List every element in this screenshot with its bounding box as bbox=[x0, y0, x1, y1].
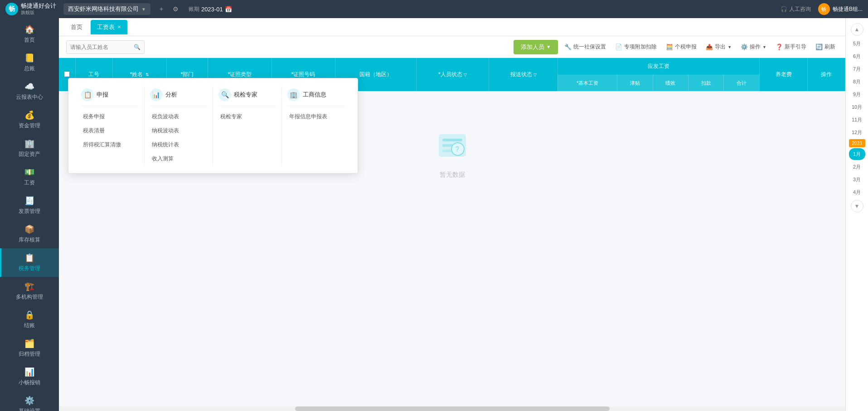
name-sort-icon[interactable]: ⇅ bbox=[145, 73, 149, 77]
declaration-icon: 📋 bbox=[81, 88, 94, 101]
sidebar-item-funds[interactable]: 💰 资金管理 bbox=[0, 106, 59, 134]
sidebar-item-settings[interactable]: ⚙️ 基础设置 bbox=[0, 391, 59, 411]
export-btn[interactable]: 📤 导出 ▼ bbox=[703, 40, 734, 54]
menu-annual-report[interactable]: 年报信息申报表 bbox=[287, 110, 345, 124]
th-name-label: *姓名 bbox=[130, 71, 143, 77]
special-deduct-btn[interactable]: 📄 专项附加扣除 bbox=[612, 40, 659, 54]
search-wrap: 🔍 bbox=[66, 40, 145, 54]
month-1-active[interactable]: 1月 bbox=[849, 148, 865, 160]
section-analysis-header: 📊 分析 bbox=[150, 86, 208, 106]
month-9[interactable]: 9月 bbox=[849, 88, 865, 100]
operations-arrow-icon: ▼ bbox=[762, 45, 766, 49]
main-layout: 🏠 首页 📒 总账 ☁️ 云报表中心 💰 资金管理 🏢 固定资产 💵 工资 🧾 … bbox=[0, 18, 868, 411]
topbar-actions: ＋ ⚙ bbox=[156, 4, 181, 15]
sidebar-item-tax[interactable]: 📋 税务管理 bbox=[0, 248, 59, 277]
section-declaration-header: 📋 申报 bbox=[81, 86, 139, 106]
cloud-icon: ☁️ bbox=[24, 82, 34, 92]
refresh-icon: 🔄 bbox=[815, 44, 823, 50]
month-11[interactable]: 11月 bbox=[849, 114, 865, 126]
th-status-label: *人员状态 bbox=[438, 71, 462, 77]
sidebar-item-home[interactable]: 🏠 首页 bbox=[0, 20, 59, 48]
support-label: 人工咨询 bbox=[789, 5, 811, 13]
menu-tax-declaration[interactable]: 税务申报 bbox=[81, 110, 139, 124]
sidebar-item-archive[interactable]: 🗂️ 归档管理 bbox=[0, 334, 59, 363]
refresh-btn[interactable]: 🔄 刷新 bbox=[813, 40, 838, 54]
month-3[interactable]: 3月 bbox=[849, 174, 865, 185]
th-submit-status: 报送状态 ▽ bbox=[489, 58, 558, 91]
scroll-thumb[interactable] bbox=[295, 406, 610, 411]
company-selector[interactable]: 西安虾米网络科技有限公司 ▼ bbox=[63, 3, 150, 15]
sidebar-item-invoice[interactable]: 🧾 发票管理 bbox=[0, 191, 59, 220]
menu-tax-fluctuation[interactable]: 纳税波动表 bbox=[150, 124, 208, 138]
sidebar-item-report[interactable]: 📊 小畅报销 bbox=[0, 363, 59, 391]
tab-home-label: 首页 bbox=[71, 23, 82, 31]
month-8[interactable]: 8月 bbox=[849, 76, 865, 87]
section-tax-expert: 🔍 税检专家 税检专家 bbox=[213, 86, 282, 166]
menu-tax-stats[interactable]: 纳税统计表 bbox=[150, 138, 208, 152]
month-6[interactable]: 6月 bbox=[849, 50, 865, 62]
analysis-icon: 📊 bbox=[150, 88, 163, 101]
calendar-icon[interactable]: 📅 bbox=[225, 6, 232, 13]
support-btn[interactable]: 🎧 人工咨询 bbox=[781, 5, 811, 13]
sidebar-label-closing: 结账 bbox=[24, 322, 35, 329]
toolbar: 🔍 添加人员 ▼ 🔧 统一社保设置 📄 专项附加扣除 🧮 个税申报 📤 导出 bbox=[59, 36, 845, 58]
month-5[interactable]: 5月 bbox=[849, 38, 865, 49]
funds-icon: 💰 bbox=[24, 110, 34, 120]
operations-btn[interactable]: ⚙️ 操作 ▼ bbox=[738, 40, 769, 54]
operations-label: 操作 bbox=[750, 43, 761, 51]
month-10[interactable]: 10月 bbox=[849, 101, 865, 113]
tab-close-icon[interactable]: ✕ bbox=[117, 24, 121, 29]
refresh-label: 刷新 bbox=[824, 43, 835, 51]
multi-icon: 🏗️ bbox=[24, 281, 34, 291]
menu-tax-table[interactable]: 税表清册 bbox=[81, 124, 139, 138]
headset-icon: 🎧 bbox=[781, 6, 787, 12]
section-declaration-title: 申报 bbox=[97, 91, 108, 99]
sidebar-item-salary[interactable]: 💵 工资 bbox=[0, 163, 59, 191]
month-12[interactable]: 12月 bbox=[849, 126, 865, 138]
month-7[interactable]: 7月 bbox=[849, 63, 865, 75]
month-4[interactable]: 4月 bbox=[849, 186, 865, 198]
business-icon: 🏢 bbox=[287, 88, 300, 101]
search-icon: 🔍 bbox=[134, 44, 141, 50]
add-icon[interactable]: ＋ bbox=[156, 4, 167, 15]
scroll-bar[interactable] bbox=[59, 406, 845, 411]
guide-btn[interactable]: ❓ 新手引导 bbox=[773, 40, 809, 54]
add-employee-button[interactable]: 添加人员 ▼ bbox=[514, 40, 558, 54]
tab-salary-table[interactable]: 工资表 ✕ bbox=[91, 20, 127, 34]
tax-report-btn[interactable]: 🧮 个税申报 bbox=[663, 40, 699, 54]
tab-salary-label: 工资表 bbox=[97, 23, 115, 31]
th-salary-group: 应发工资 bbox=[558, 58, 759, 75]
period-label: 账期 bbox=[189, 5, 199, 13]
menu-income-tax[interactable]: 所得税汇算清缴 bbox=[81, 138, 139, 152]
tab-home[interactable]: 首页 bbox=[64, 20, 89, 34]
social-security-btn[interactable]: 🔧 统一社保设置 bbox=[562, 40, 609, 54]
submit-filter-icon[interactable]: ▽ bbox=[533, 73, 537, 77]
export-arrow-icon: ▼ bbox=[727, 45, 732, 49]
th-pension: 养老费 bbox=[759, 58, 808, 91]
section-declaration: 📋 申报 税务申报 税表清册 所得税汇算清缴 bbox=[76, 86, 145, 166]
search-input[interactable] bbox=[70, 44, 134, 50]
sidebar-item-multi[interactable]: 🏗️ 多机构管理 bbox=[0, 277, 59, 305]
company-arrow-icon: ▼ bbox=[141, 7, 146, 12]
salary-icon: 💵 bbox=[24, 167, 34, 177]
menu-income-calc[interactable]: 收入测算 bbox=[150, 152, 208, 166]
section-expert-header: 🔍 税检专家 bbox=[218, 86, 276, 106]
guide-toolbar-icon: ❓ bbox=[776, 44, 783, 50]
status-filter-icon[interactable]: ▽ bbox=[464, 73, 467, 77]
select-all-checkbox[interactable] bbox=[64, 71, 70, 77]
no-data-text: 暂无数据 bbox=[440, 171, 465, 179]
menu-tax-burden[interactable]: 税负波动表 bbox=[150, 110, 208, 124]
month-2[interactable]: 2月 bbox=[849, 161, 865, 173]
expert-icon: 🔍 bbox=[218, 88, 231, 101]
settings-icon[interactable]: ⚙ bbox=[170, 4, 181, 15]
prev-year-btn[interactable]: ▲ bbox=[851, 23, 863, 36]
add-employee-label: 添加人员 bbox=[521, 43, 544, 51]
sidebar-item-cloud[interactable]: ☁️ 云报表中心 bbox=[0, 77, 59, 106]
menu-tax-expert[interactable]: 税检专家 bbox=[218, 110, 276, 124]
user-info[interactable]: 畅 畅捷通B组... bbox=[818, 3, 863, 15]
sidebar-item-closing[interactable]: 🔒 结账 bbox=[0, 305, 59, 334]
sidebar-item-inventory[interactable]: 📦 库存核算 bbox=[0, 220, 59, 248]
next-year-btn[interactable]: ▼ bbox=[851, 200, 863, 213]
sidebar-item-ledger[interactable]: 📒 总账 bbox=[0, 48, 59, 77]
sidebar-item-assets[interactable]: 🏢 固定资产 bbox=[0, 134, 59, 163]
